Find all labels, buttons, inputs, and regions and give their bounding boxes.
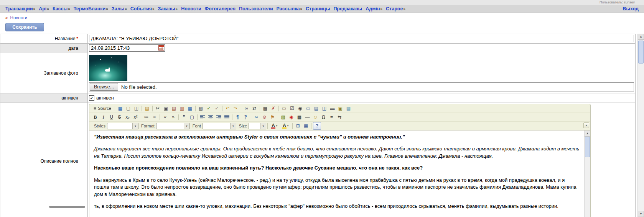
- select-field-button[interactable]: ◫: [321, 105, 328, 112]
- menu-item-halls[interactable]: Залы»: [112, 6, 127, 11]
- bold-button[interactable]: B: [92, 114, 99, 121]
- about-button[interactable]: ?: [313, 122, 321, 130]
- cut-button[interactable]: ✂: [154, 105, 161, 112]
- new-page-button[interactable]: ▢: [125, 105, 132, 112]
- menu-item-thermo-blanks[interactable]: ТермоБланки»: [74, 6, 108, 11]
- strike-through-button[interactable]: S: [116, 114, 123, 121]
- image-button-button[interactable]: ▣: [337, 105, 344, 112]
- toolbar-collapse-button[interactable]: ▴: [583, 122, 589, 128]
- print-button[interactable]: ▨: [197, 105, 204, 112]
- scroll-down-icon[interactable]: ▼: [638, 211, 644, 217]
- horizontal-rule-button[interactable]: —: [304, 114, 311, 121]
- size-dropdown[interactable]: ▾: [249, 123, 266, 129]
- form-button-button[interactable]: ▬: [329, 105, 336, 112]
- save-button[interactable]: Сохранить: [5, 23, 44, 31]
- menu-item-api[interactable]: Api»: [39, 6, 49, 11]
- menu-item-mailing[interactable]: Рассылка»: [277, 6, 302, 11]
- date-input[interactable]: [89, 44, 165, 52]
- blockquote-button[interactable]: ”: [180, 114, 188, 121]
- underline-button[interactable]: U: [108, 114, 115, 121]
- textarea-button[interactable]: ▤: [313, 105, 320, 112]
- templates-button[interactable]: ▤: [143, 105, 151, 112]
- menu-item-cash-desks[interactable]: Кассы»: [53, 6, 70, 11]
- menu-item-admin[interactable]: Адмін»: [366, 6, 382, 11]
- editor-scroll-up-icon[interactable]: ▲: [585, 131, 590, 137]
- remove-format-button[interactable]: ✗: [270, 105, 277, 112]
- page-scrollbar-thumb[interactable]: [638, 41, 644, 64]
- browse-button[interactable]: Browse...: [90, 83, 118, 91]
- menu-item-transactions[interactable]: Транзакции»: [5, 6, 35, 11]
- hidden-field-button[interactable]: ▦: [345, 105, 352, 112]
- bulleted-list-button[interactable]: ≡: [151, 114, 158, 121]
- styles-dropdown[interactable]: ▾: [107, 123, 138, 129]
- iframe-button[interactable]: ⇆: [336, 114, 343, 121]
- checkbox-button[interactable]: ☑: [288, 105, 296, 112]
- title-input[interactable]: [89, 35, 634, 42]
- calendar-icon[interactable]: [158, 45, 164, 51]
- subscript-button[interactable]: x₂: [124, 114, 131, 121]
- menu-item-orders[interactable]: Заказы»: [158, 6, 178, 11]
- align-right-button[interactable]: [215, 114, 222, 121]
- paste-as-text-button[interactable]: ▥: [178, 105, 186, 112]
- preview-button[interactable]: ◫: [133, 105, 140, 112]
- redo-button[interactable]: ↷: [232, 105, 239, 112]
- menu-item-old[interactable]: Старое»: [386, 6, 405, 11]
- select-all-button[interactable]: ▩: [262, 105, 269, 112]
- table-button[interactable]: ▦: [296, 114, 303, 121]
- copy-button[interactable]: ▣: [162, 105, 170, 112]
- image-button[interactable]: ▧: [280, 114, 287, 121]
- italic-button[interactable]: I: [100, 114, 107, 121]
- anchor-button[interactable]: ⚑: [269, 114, 276, 121]
- special-character-button[interactable]: Ω: [320, 114, 327, 121]
- menu-item-photo-gallery[interactable]: Фотогалерея: [205, 6, 236, 11]
- menu-item-events[interactable]: События»: [130, 6, 155, 11]
- show-blocks-button[interactable]: ▦: [302, 122, 310, 129]
- active-checkbox[interactable]: ✓: [89, 95, 94, 101]
- link-button[interactable]: ∞: [253, 114, 260, 121]
- source-button[interactable]: ≡Source: [92, 105, 113, 112]
- form-button[interactable]: ▭: [280, 105, 288, 112]
- menu-item-logout[interactable]: Выход: [623, 6, 639, 11]
- increase-indent-button[interactable]: »: [170, 114, 177, 121]
- editor-scrollbar-thumb[interactable]: [585, 137, 590, 157]
- undo-button[interactable]: ↶: [224, 105, 231, 112]
- align-center-button[interactable]: [207, 114, 214, 121]
- text-direction-ltr-button[interactable]: ¶: [234, 114, 241, 121]
- menu-item-preorders[interactable]: Предзаказы: [333, 6, 362, 11]
- flash-button[interactable]: ◉: [288, 114, 295, 121]
- horizontal-scrollbar-thumb[interactable]: [49, 206, 85, 208]
- text-direction-rtl-button[interactable]: ¶: [242, 114, 249, 121]
- scroll-up-icon[interactable]: ▲: [638, 34, 644, 40]
- paste-button[interactable]: ▤: [170, 105, 178, 112]
- spell-check-button[interactable]: ✓: [205, 105, 212, 112]
- text-field-button[interactable]: ▭: [305, 105, 312, 112]
- numbered-list-button[interactable]: ≔: [143, 114, 150, 121]
- file-input[interactable]: Browse... No file selected.: [89, 82, 634, 91]
- editor-content[interactable]: "Известная певица рассказала в эксклюзив…: [89, 131, 584, 217]
- decrease-indent-button[interactable]: «: [161, 114, 169, 121]
- radio-button-button[interactable]: ◉: [296, 105, 304, 112]
- page-break-button[interactable]: =: [328, 114, 335, 121]
- format-dropdown[interactable]: ▾: [156, 123, 190, 129]
- breadcrumb-link-news[interactable]: Новости: [10, 15, 28, 20]
- editor-scrollbar[interactable]: ▲: [584, 131, 590, 217]
- text-color-button[interactable]: A▾: [269, 122, 280, 129]
- background-color-button[interactable]: A▾: [280, 122, 291, 129]
- replace-button[interactable]: ⇄: [251, 105, 258, 112]
- smiley-button[interactable]: ☺: [312, 114, 319, 121]
- paste-from-word-button[interactable]: ▦: [186, 105, 194, 112]
- maximize-button[interactable]: ⊞: [294, 122, 301, 129]
- find-button[interactable]: ∞: [243, 105, 250, 112]
- div-container-button[interactable]: ▢: [188, 114, 196, 121]
- page-scrollbar[interactable]: ▲ ▼: [637, 34, 644, 217]
- save-button[interactable]: ▦: [117, 105, 124, 112]
- spell-check-as-you-type-button[interactable]: ✓: [213, 105, 221, 112]
- menu-item-users[interactable]: Пользователи: [239, 6, 273, 11]
- unlink-button[interactable]: ⊘: [261, 114, 268, 121]
- superscript-button[interactable]: x²: [132, 114, 139, 121]
- menu-item-news[interactable]: Новости: [181, 6, 201, 11]
- align-left-button[interactable]: [199, 114, 206, 121]
- menu-item-pages[interactable]: Страницы: [306, 6, 330, 11]
- font-dropdown[interactable]: ▾: [203, 123, 236, 129]
- align-justify-button[interactable]: [223, 114, 231, 121]
